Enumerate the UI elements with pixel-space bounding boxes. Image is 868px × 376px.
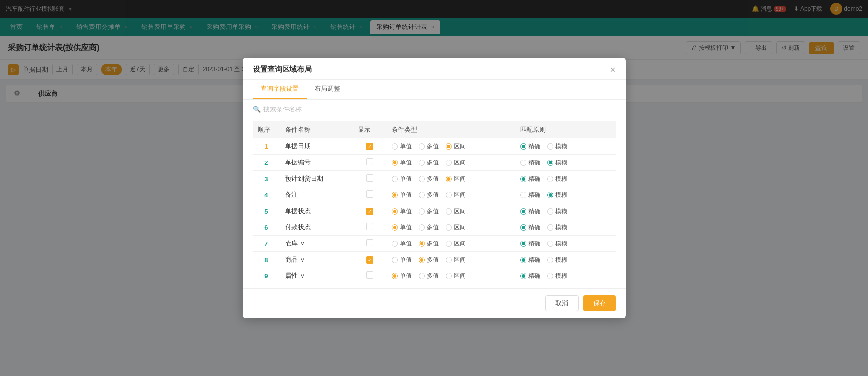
radio-type-单值[interactable]: 单值 bbox=[392, 223, 412, 232]
radio-match-精确[interactable]: 精确 bbox=[520, 240, 540, 248]
radio-type-多值[interactable]: 多值 bbox=[419, 159, 439, 167]
radio-match-精确[interactable]: 精确 bbox=[520, 175, 540, 183]
checkbox[interactable] bbox=[366, 190, 373, 198]
row-type-radios: 单值多值区间 bbox=[387, 252, 515, 268]
radio-circle bbox=[547, 224, 553, 231]
modal-header: 设置查询区域布局 × bbox=[243, 58, 626, 80]
radio-match-精确[interactable]: 精确 bbox=[520, 191, 540, 199]
radio-circle bbox=[520, 192, 526, 198]
radio-type-区间[interactable]: 区间 bbox=[446, 272, 466, 276]
radio-type-区间[interactable]: 区间 bbox=[446, 223, 466, 232]
radio-type-单值[interactable]: 单值 bbox=[392, 256, 412, 264]
th-order: 顺序 bbox=[253, 121, 281, 138]
modal-tab-layout[interactable]: 布局调整 bbox=[307, 80, 348, 99]
row-show-checkbox[interactable]: ✓ bbox=[353, 138, 386, 155]
checkbox[interactable] bbox=[366, 223, 373, 230]
radio-type-区间[interactable]: 区间 bbox=[446, 207, 466, 215]
radio-type-多值[interactable]: 多值 bbox=[419, 175, 439, 183]
radio-circle bbox=[446, 241, 452, 247]
radio-type-多值[interactable]: 多值 bbox=[419, 207, 439, 215]
radio-type-多值[interactable]: 多值 bbox=[419, 191, 439, 199]
radio-type-单值[interactable]: 单值 bbox=[392, 191, 412, 199]
radio-circle bbox=[419, 192, 425, 198]
row-type-radios: 单值多值区间 bbox=[387, 203, 515, 219]
checkbox[interactable]: ✓ bbox=[366, 143, 373, 150]
checkbox[interactable] bbox=[366, 158, 373, 165]
radio-match-模糊[interactable]: 模糊 bbox=[547, 256, 567, 264]
checkbox[interactable]: ✓ bbox=[366, 256, 373, 264]
radio-circle bbox=[419, 160, 425, 166]
checkbox[interactable] bbox=[366, 239, 373, 246]
radio-circle bbox=[446, 160, 452, 166]
radio-match-模糊[interactable]: 模糊 bbox=[547, 223, 567, 232]
radio-match-精确[interactable]: 精确 bbox=[520, 207, 540, 215]
radio-type-区间[interactable]: 区间 bbox=[446, 142, 466, 151]
radio-type-单值[interactable]: 单值 bbox=[392, 175, 412, 183]
row-order: 5 bbox=[253, 203, 281, 219]
radio-circle bbox=[520, 273, 526, 276]
radio-match-精确[interactable]: 精确 bbox=[520, 142, 540, 151]
modal-tab-query-fields[interactable]: 查询字段设置 bbox=[253, 80, 307, 99]
row-match-radios: 精确模糊 bbox=[515, 171, 616, 187]
radio-type-多值[interactable]: 多值 bbox=[419, 223, 439, 232]
row-show-checkbox[interactable] bbox=[353, 155, 386, 171]
table-row: 5单据状态✓单值多值区间精确模糊 bbox=[253, 203, 616, 219]
settings-modal: 设置查询区域布局 × 查询字段设置 布局调整 🔍 顺序 条件名称 bbox=[243, 58, 626, 276]
row-type-radios: 单值多值区间 bbox=[387, 155, 515, 171]
row-match-radios: 精确模糊 bbox=[515, 236, 616, 252]
radio-type-多值[interactable]: 多值 bbox=[419, 240, 439, 248]
radio-type-多值[interactable]: 多值 bbox=[419, 256, 439, 264]
radio-type-区间[interactable]: 区间 bbox=[446, 191, 466, 199]
row-show-checkbox[interactable] bbox=[353, 187, 386, 203]
radio-match-模糊[interactable]: 模糊 bbox=[547, 272, 567, 276]
modal-close-button[interactable]: × bbox=[610, 65, 616, 74]
radio-type-单值[interactable]: 单值 bbox=[392, 207, 412, 215]
row-type-radios: 单值多值区间 bbox=[387, 171, 515, 187]
condition-search-input[interactable] bbox=[263, 106, 362, 113]
radio-type-区间[interactable]: 区间 bbox=[446, 256, 466, 264]
table-row: 9属性 ∨单值多值区间精确模糊 bbox=[253, 268, 616, 276]
radio-match-精确[interactable]: 精确 bbox=[520, 256, 540, 264]
row-show-checkbox[interactable] bbox=[353, 171, 386, 187]
radio-match-模糊[interactable]: 模糊 bbox=[547, 142, 567, 151]
radio-circle bbox=[446, 208, 452, 215]
row-show-checkbox[interactable]: ✓ bbox=[353, 203, 386, 219]
radio-type-单值[interactable]: 单值 bbox=[392, 142, 412, 151]
radio-circle bbox=[547, 143, 553, 150]
radio-type-区间[interactable]: 区间 bbox=[446, 175, 466, 183]
conditions-table-scroll[interactable]: 顺序 条件名称 显示 条件类型 匹配原则 1单据日期✓单值多值区间精确模糊2单据… bbox=[253, 121, 616, 276]
radio-type-单值[interactable]: 单值 bbox=[392, 272, 412, 276]
row-match-radios: 精确模糊 bbox=[515, 268, 616, 276]
row-show-checkbox[interactable] bbox=[353, 268, 386, 276]
row-show-checkbox[interactable] bbox=[353, 219, 386, 236]
radio-match-模糊[interactable]: 模糊 bbox=[547, 175, 567, 183]
modal-overlay[interactable]: 设置查询区域布局 × 查询字段设置 布局调整 🔍 顺序 条件名称 bbox=[0, 0, 868, 276]
radio-match-模糊[interactable]: 模糊 bbox=[547, 191, 567, 199]
modal-title: 设置查询区域布局 bbox=[253, 65, 312, 74]
radio-type-区间[interactable]: 区间 bbox=[446, 159, 466, 167]
radio-circle bbox=[419, 143, 425, 150]
radio-match-精确[interactable]: 精确 bbox=[520, 159, 540, 167]
search-icon: 🔍 bbox=[253, 106, 261, 113]
checkbox[interactable]: ✓ bbox=[366, 208, 373, 215]
radio-type-多值[interactable]: 多值 bbox=[419, 142, 439, 151]
radio-match-精确[interactable]: 精确 bbox=[520, 223, 540, 232]
modal-body: 🔍 顺序 条件名称 显示 条件类型 匹配原则 bbox=[243, 100, 626, 276]
radio-match-模糊[interactable]: 模糊 bbox=[547, 159, 567, 167]
radio-match-模糊[interactable]: 模糊 bbox=[547, 240, 567, 248]
radio-type-多值[interactable]: 多值 bbox=[419, 272, 439, 276]
radio-match-精确[interactable]: 精确 bbox=[520, 272, 540, 276]
radio-match-模糊[interactable]: 模糊 bbox=[547, 207, 567, 215]
checkbox[interactable] bbox=[366, 174, 373, 182]
row-show-checkbox[interactable]: ✓ bbox=[353, 252, 386, 268]
table-row: 1单据日期✓单值多值区间精确模糊 bbox=[253, 138, 616, 155]
radio-type-区间[interactable]: 区间 bbox=[446, 240, 466, 248]
checkbox[interactable] bbox=[366, 271, 373, 276]
radio-type-单值[interactable]: 单值 bbox=[392, 240, 412, 248]
radio-circle bbox=[419, 224, 425, 231]
radio-type-单值[interactable]: 单值 bbox=[392, 159, 412, 167]
row-show-checkbox[interactable] bbox=[353, 236, 386, 252]
conditions-table-head: 顺序 条件名称 显示 条件类型 匹配原则 bbox=[253, 121, 616, 138]
table-row: 4备注单值多值区间精确模糊 bbox=[253, 187, 616, 203]
row-condition-name: 单据状态 bbox=[280, 203, 353, 219]
